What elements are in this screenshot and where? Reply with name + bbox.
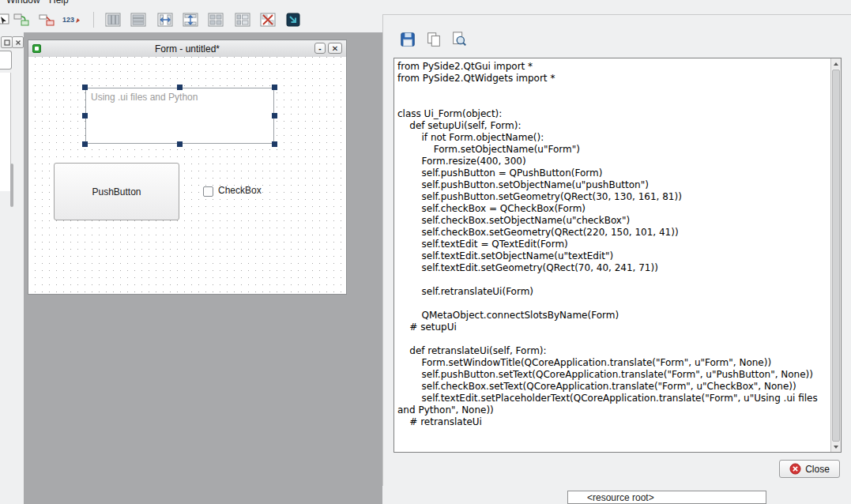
layout-vertical-button[interactable] xyxy=(128,9,149,30)
close-button-label: Close xyxy=(805,464,830,475)
layout-horizontal-icon xyxy=(104,11,122,28)
checkbox-indicator[interactable] xyxy=(203,186,213,197)
selection-handle-br[interactable] xyxy=(272,141,277,147)
scrollbar-up-icon xyxy=(834,62,838,66)
widget-box-list[interactable] xyxy=(0,73,11,191)
scrollbar-down-icon xyxy=(834,446,838,449)
layout-horizontal-button[interactable] xyxy=(103,9,123,30)
widget-box-scrollbar[interactable] xyxy=(10,164,13,207)
dock-float-button[interactable] xyxy=(1,36,13,48)
form-canvas[interactable]: Using .ui files and Python PushButton Ch… xyxy=(28,57,346,294)
scrollbar-down-button[interactable] xyxy=(831,442,841,452)
edit-buddies-button[interactable] xyxy=(36,9,57,30)
code-preview-dialog: from PySide2.QtGui import * from PySide2… xyxy=(382,14,851,486)
scrollbar-handle[interactable] xyxy=(832,70,840,442)
pushbutton-widget[interactable]: PushButton xyxy=(54,163,179,220)
edit-signals-slots-button[interactable] xyxy=(11,9,32,30)
close-button[interactable]: Close xyxy=(779,460,840,478)
mdi-area: Form - untitled* - ✕ Using .ui files and… xyxy=(24,32,382,504)
layout-vertical-icon xyxy=(130,11,147,28)
code-scrollbar[interactable] xyxy=(830,58,841,452)
break-layout-icon xyxy=(259,11,277,28)
textedit-placeholder: Using .ui files and Python xyxy=(86,88,273,106)
form-designer-window: Form - untitled* - ✕ Using .ui files and… xyxy=(28,39,347,295)
selection-handle-tr[interactable] xyxy=(272,85,277,90)
form-window-titlebar[interactable]: Form - untitled* xyxy=(28,40,346,58)
selection-handle-bl[interactable] xyxy=(82,141,88,147)
save-button[interactable] xyxy=(398,30,417,49)
layout-vertical-splitter-button[interactable] xyxy=(180,9,201,30)
close-icon xyxy=(789,463,801,475)
menubar: Window Help xyxy=(0,0,851,7)
save-icon xyxy=(399,31,416,48)
selection-handle-tm[interactable] xyxy=(177,85,183,90)
layout-form-icon xyxy=(234,11,251,28)
copy-icon xyxy=(425,31,442,48)
adjust-size-icon xyxy=(284,11,302,28)
scrollbar-up-button[interactable] xyxy=(831,58,841,69)
menu-window[interactable]: Window xyxy=(6,0,40,6)
selection-handle-ml[interactable] xyxy=(82,113,88,118)
qt-designer-screen: Window Help 123 xyxy=(0,0,851,504)
layout-grid-button[interactable] xyxy=(205,9,226,30)
dock-close-button[interactable] xyxy=(12,36,24,48)
find-button[interactable] xyxy=(450,30,469,49)
resource-browser[interactable]: <resource root> xyxy=(567,491,766,504)
edit-tab-order-button[interactable]: 123 xyxy=(62,9,82,30)
tab-order-icon: 123 xyxy=(62,16,74,24)
textedit-widget[interactable]: Using .ui files and Python xyxy=(85,88,274,144)
layout-form-button[interactable] xyxy=(232,9,253,30)
adjust-size-button[interactable] xyxy=(283,9,303,30)
code-text[interactable]: from PySide2.QtGui import * from PySide2… xyxy=(394,58,830,452)
signals-slots-icon xyxy=(13,11,30,28)
selection-handle-bm[interactable] xyxy=(177,141,183,147)
form-close-button[interactable]: ✕ xyxy=(328,43,342,54)
menu-help[interactable]: Help xyxy=(49,0,69,6)
selection-handle-tl[interactable] xyxy=(82,85,88,90)
tab-order-pencil-icon xyxy=(75,16,81,24)
find-icon xyxy=(450,31,468,48)
layout-grid-icon xyxy=(207,11,224,28)
dock-float-icon xyxy=(4,39,10,46)
widget-filter-input[interactable] xyxy=(0,51,12,70)
form-window-title: Form - untitled* xyxy=(28,43,346,55)
bottom-dock-area: <resource root> xyxy=(382,486,851,504)
splitter-horizontal-icon xyxy=(156,11,174,28)
toolbar-separator xyxy=(93,12,94,28)
code-view[interactable]: from PySide2.QtGui import * from PySide2… xyxy=(393,58,842,453)
edit-widgets-icon xyxy=(0,11,11,28)
dock-close-icon xyxy=(15,39,21,46)
form-minimize-button[interactable]: - xyxy=(314,43,326,54)
resource-root-item[interactable]: <resource root> xyxy=(568,491,766,503)
checkbox-label: CheckBox xyxy=(218,185,262,196)
splitter-vertical-icon xyxy=(182,11,199,28)
buddies-icon xyxy=(38,11,55,28)
selection-handle-mr[interactable] xyxy=(272,113,277,118)
break-layout-button[interactable] xyxy=(258,9,278,30)
layout-horizontal-splitter-button[interactable] xyxy=(155,9,175,30)
copy-button[interactable] xyxy=(424,30,443,49)
widget-box-dock xyxy=(0,32,24,504)
